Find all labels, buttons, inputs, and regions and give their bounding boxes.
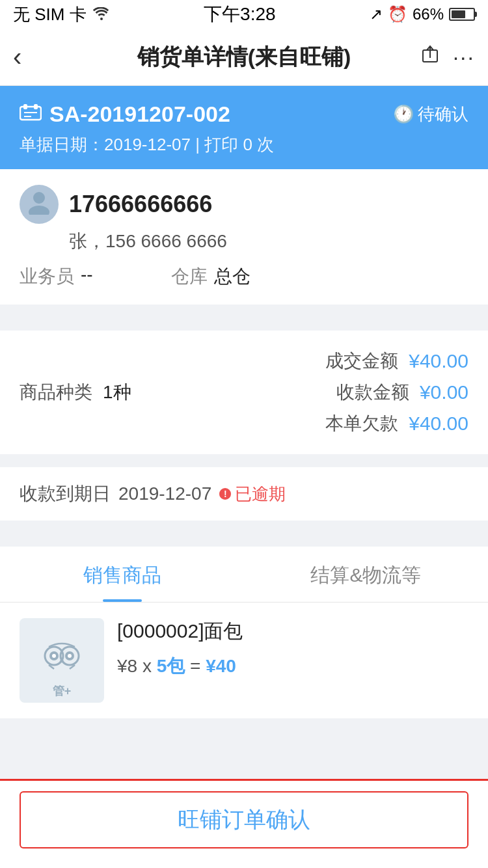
nav-bar: ‹ 销货单详情(来自旺铺) ···: [0, 29, 488, 86]
warehouse-label: 仓库: [171, 264, 208, 289]
svg-point-14: [68, 654, 72, 658]
table-row: 管+ [0000002]面包 ¥8 x 5包 = ¥40: [0, 603, 488, 719]
product-brand-text: 管+: [33, 683, 91, 699]
wifi-icon: [93, 5, 110, 25]
salesperson-label: 业务员: [20, 264, 74, 289]
due-date-section: 收款到期日 2019-12-07 已逾期: [0, 467, 488, 521]
tab-settlement-logistics[interactable]: 结算&物流等: [244, 547, 488, 602]
overdue-warning-icon: [219, 488, 231, 500]
product-image: 管+: [20, 618, 104, 703]
order-id: SA-20191207-002: [20, 102, 230, 127]
share-button[interactable]: [420, 45, 440, 69]
product-types-label: 商品种类: [20, 380, 92, 405]
salesperson-value: --: [81, 264, 93, 289]
summary-section: 商品种类 1种 成交金额 ¥40.00 收款金额 ¥0.00 本单欠款 ¥40.…: [0, 331, 488, 454]
collection-value: ¥0.00: [420, 381, 468, 403]
price-per: ¥8: [117, 656, 137, 676]
location-icon: ↗: [370, 5, 383, 23]
bottom-bar: 旺铺订单确认: [0, 779, 488, 868]
owed-label: 本单欠款: [325, 411, 398, 436]
tab-sales-products[interactable]: 销售商品: [0, 547, 244, 602]
warehouse-value: 总仓: [214, 264, 251, 289]
avatar: [20, 185, 59, 224]
total-value: ¥40: [206, 656, 236, 676]
product-name: [0000002]面包: [117, 618, 468, 645]
product-price: ¥8 x 5包 = ¥40: [117, 654, 468, 679]
tab-bar: 销售商品 结算&物流等: [0, 547, 488, 603]
customer-section: 17666666666 张，156 6666 6666 业务员 -- 仓库 总仓: [0, 169, 488, 305]
summary-right: 成交金额 ¥40.00 收款金额 ¥0.00 本单欠款 ¥40.00: [244, 349, 468, 436]
deal-amount-value: ¥40.00: [409, 350, 468, 372]
multiplier-x: x: [142, 656, 152, 676]
deal-amount-label: 成交金额: [325, 349, 398, 373]
clock: 下午3:28: [204, 2, 276, 27]
customer-name: 张，156 6666 6666: [20, 229, 468, 254]
due-date-value: 2019-12-07: [118, 483, 211, 504]
order-date: 单据日期：2019-12-07 | 打印 0 次: [20, 133, 468, 156]
confirm-order-button[interactable]: 旺铺订单确认: [20, 791, 468, 848]
nav-actions: ···: [420, 44, 475, 70]
equals-sign: =: [190, 656, 200, 676]
qty-value: 5包: [157, 656, 185, 676]
avatar-icon: [26, 189, 52, 220]
summary-left: 商品种类 1种: [20, 349, 244, 436]
product-info: [0000002]面包 ¥8 x 5包 = ¥40: [117, 618, 468, 703]
product-list: 管+ [0000002]面包 ¥8 x 5包 = ¥40: [0, 603, 488, 719]
overdue-badge: 已逾期: [219, 483, 286, 506]
status-bar: 无 SIM 卡 下午3:28 ↗ ⏰ 66%: [0, 0, 488, 29]
carrier-label: 无 SIM 卡: [13, 3, 87, 26]
svg-point-13: [52, 654, 56, 658]
svg-point-7: [33, 192, 45, 204]
status-right: ↗ ⏰ 66%: [370, 5, 475, 23]
svg-rect-4: [34, 104, 38, 109]
collection-label: 收款金额: [336, 380, 409, 405]
page-title: 销货单详情(来自旺铺): [137, 42, 351, 72]
customer-meta: 业务员 -- 仓库 总仓: [20, 264, 468, 289]
divider-3: [0, 534, 488, 547]
status-left: 无 SIM 卡: [13, 3, 110, 26]
svg-rect-3: [23, 104, 27, 109]
due-date-label: 收款到期日: [20, 481, 111, 506]
svg-point-8: [29, 206, 49, 215]
order-header: SA-20191207-002 🕐 待确认 单据日期：2019-12-07 | …: [0, 86, 488, 169]
order-status: 🕐 待确认: [393, 103, 468, 126]
clock-icon: 🕐: [393, 104, 414, 124]
battery-icon: [449, 8, 475, 21]
order-icon: [20, 102, 42, 127]
battery-percent: 66%: [413, 5, 444, 23]
alarm-icon: ⏰: [388, 5, 407, 23]
product-types-value: 1种: [103, 380, 131, 405]
more-button[interactable]: ···: [453, 44, 475, 70]
product-logo: [33, 638, 91, 681]
overdue-text: 已逾期: [235, 483, 286, 506]
back-button[interactable]: ‹: [13, 42, 34, 72]
customer-phone: 17666666666: [69, 191, 212, 218]
owed-value: ¥40.00: [409, 413, 468, 435]
divider-2: [0, 454, 488, 467]
divider-1: [0, 318, 488, 331]
